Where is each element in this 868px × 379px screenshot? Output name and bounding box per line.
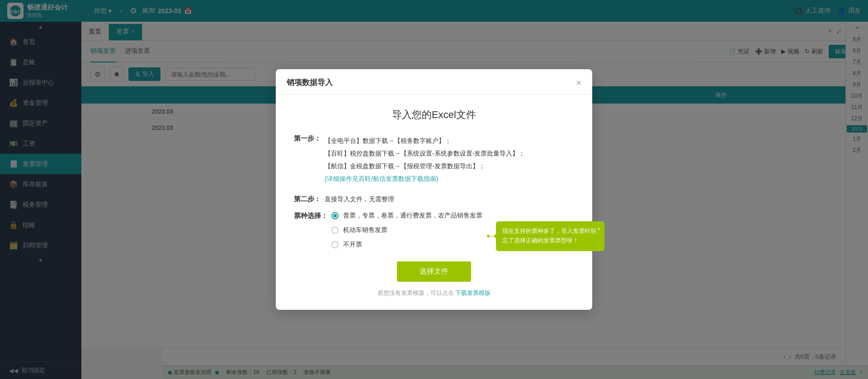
- step1-content: 【全电平台】数据下载→【税务数字账户】； 【百旺】税控盘数据下载→【系统设置-系…: [325, 134, 525, 185]
- step1-label: 第一步：: [294, 134, 321, 143]
- radio-group: 普票，专票，卷票，通行费发票，农产品销售发票 机动车销售发票: [331, 212, 482, 249]
- radio-vehicle[interactable]: 机动车销售发票 × 现在支持的票种多了，导入发票时别忘了选择正确的发票类型呀！: [331, 226, 482, 234]
- tooltip-close-btn[interactable]: ×: [597, 224, 601, 234]
- radio-vehicle-label: 机动车销售发票: [343, 226, 387, 234]
- tooltip-text: 现在支持的票种多了，导入发票时别忘了选择正确的发票类型呀！: [502, 227, 596, 244]
- modal-overlay[interactable]: 销项数据导入 × 导入您的Excel文件 第一步： 【全电平台】数据下载→【税务…: [0, 0, 868, 379]
- step1: 第一步： 【全电平台】数据下载→【税务数字账户】； 【百旺】税控盘数据下载→【系…: [294, 134, 574, 185]
- radio-circle-notissued: [331, 241, 339, 248]
- modal-header: 销项数据导入 ×: [276, 69, 592, 95]
- modal-close-btn[interactable]: ×: [576, 78, 581, 87]
- download-guide-link[interactable]: (详细操作见百旺/航信发票数据下载指南): [325, 175, 438, 182]
- radio-notissued-label: 不开票: [343, 241, 362, 249]
- step2-label: 第二步：: [294, 195, 321, 204]
- step2: 第二步： 直接导入文件，无需整理: [294, 195, 574, 204]
- ticket-selection: 票种选择： 普票，专票，卷票，通行费发票，农产品销售发票 机动车销售: [294, 212, 574, 249]
- radio-circle-normal: [331, 212, 339, 219]
- download-template-text: 若您没有发票模版，可以点击 下载发票模版: [377, 289, 491, 297]
- modal-body: 导入您的Excel文件 第一步： 【全电平台】数据下载→【税务数字账户】； 【百…: [276, 95, 592, 261]
- tooltip-box: × 现在支持的票种多了，导入发票时别忘了选择正确的发票类型呀！: [496, 221, 604, 251]
- ticket-label: 票种选择：: [294, 212, 328, 220]
- radio-normal-label: 普票，专票，卷票，通行费发票，农产品销售发票: [343, 212, 482, 220]
- radio-normal[interactable]: 普票，专票，卷票，通行费发票，农产品销售发票: [331, 212, 482, 220]
- tooltip-container: × 现在支持的票种多了，导入发票时别忘了选择正确的发票类型呀！: [496, 221, 604, 251]
- step2-content: 直接导入文件，无需整理: [325, 195, 394, 204]
- modal-main-title: 导入您的Excel文件: [294, 108, 574, 122]
- radio-circle-vehicle: [331, 227, 339, 234]
- select-file-btn[interactable]: 选择文件: [397, 261, 471, 282]
- modal-footer: 选择文件 若您没有发票模版，可以点击 下载发票模版: [276, 261, 592, 310]
- import-modal: 销项数据导入 × 导入您的Excel文件 第一步： 【全电平台】数据下载→【税务…: [276, 69, 592, 310]
- radio-notissued[interactable]: 不开票: [331, 241, 482, 249]
- modal-title: 销项数据导入: [287, 77, 333, 88]
- download-template-link[interactable]: 下载发票模版: [455, 289, 491, 296]
